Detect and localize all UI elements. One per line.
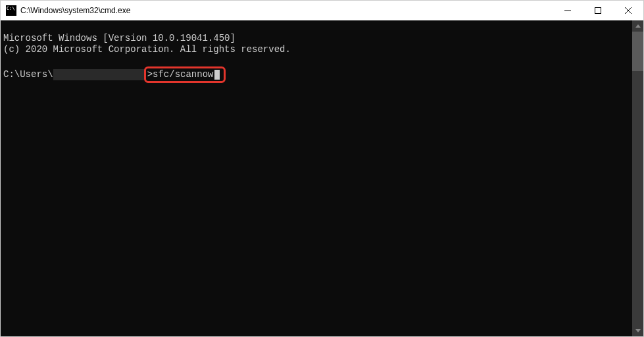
window-controls — [553, 1, 643, 20]
svg-rect-1 — [595, 8, 601, 14]
titlebar[interactable]: C:\Windows\system32\cmd.exe — [1, 1, 643, 20]
terminal-line: (c) 2020 Microsoft Corporation. All righ… — [3, 44, 291, 55]
prompt-prefix: C:\Users\ — [3, 69, 53, 80]
terminal[interactable]: Microsoft Windows [Version 10.0.19041.45… — [1, 20, 632, 336]
scrollbar-thumb[interactable] — [632, 32, 643, 71]
window-title: C:\Windows\system32\cmd.exe — [20, 6, 553, 15]
close-button[interactable] — [613, 1, 643, 20]
terminal-line: Microsoft Windows [Version 10.0.19041.45… — [3, 33, 235, 43]
cmd-icon — [6, 5, 16, 16]
minimize-button[interactable] — [553, 1, 583, 20]
command-text: sfc/scannow — [153, 69, 213, 80]
scrollbar[interactable] — [632, 20, 643, 336]
prompt-suffix: > — [147, 69, 153, 80]
cmd-window: C:\Windows\system32\cmd.exe Microsoft Wi… — [0, 0, 644, 337]
maximize-button[interactable] — [583, 1, 613, 20]
terminal-area: Microsoft Windows [Version 10.0.19041.45… — [1, 20, 643, 336]
command-highlight: >sfc/scannow — [144, 66, 226, 83]
scroll-up-button[interactable] — [632, 20, 643, 32]
svg-marker-5 — [635, 329, 641, 332]
svg-marker-4 — [635, 24, 641, 28]
cursor — [214, 70, 220, 80]
prompt-line: C:\Users\>sfc/scannow — [3, 66, 630, 83]
scroll-down-button[interactable] — [632, 325, 643, 336]
redacted-username — [53, 69, 145, 80]
